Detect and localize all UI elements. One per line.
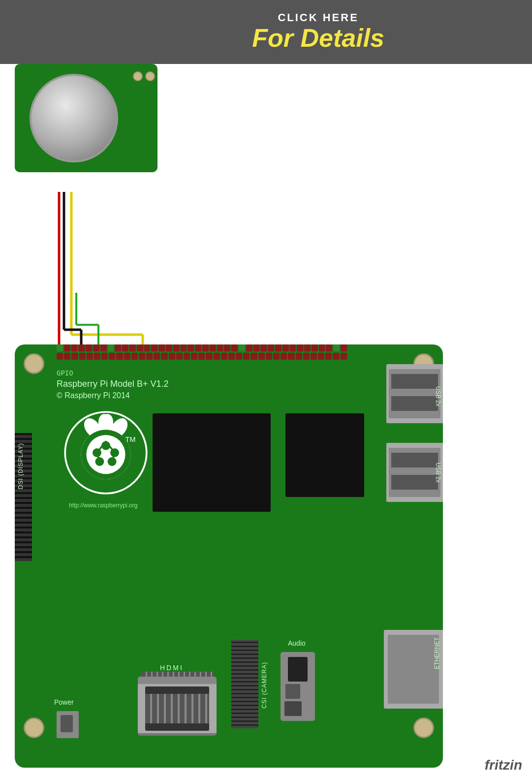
- mount-hole-tl: [24, 353, 44, 374]
- hdmi-label: HDMI: [160, 664, 184, 672]
- hdmi-port: [138, 677, 217, 736]
- dsi-label: DSI (DISPLAY): [17, 443, 24, 489]
- gpio-header: [57, 344, 347, 367]
- pir-board: [15, 64, 157, 172]
- cpu-chip-secondary: [285, 413, 364, 497]
- fritzing-watermark: fritzin: [485, 757, 522, 773]
- header-banner[interactable]: CLICK HERE For Details: [0, 0, 532, 64]
- usb-label-bottom: USB 2x: [435, 463, 441, 483]
- mount-hole-br: [413, 717, 434, 738]
- click-here-text: CLICK HERE: [252, 11, 384, 24]
- cpu-chip-main: [153, 413, 271, 512]
- header-text-block: CLICK HERE For Details: [252, 11, 384, 52]
- pir-screw-tl: [133, 71, 143, 81]
- audio-jack-inner: [288, 657, 308, 682]
- pir-screw-tr: [145, 71, 155, 81]
- svg-point-17: [86, 435, 125, 474]
- ethernet-label: ETHERNET: [434, 637, 440, 669]
- hdmi-pins: [142, 672, 213, 677]
- power-connector: [57, 711, 79, 738]
- pir-sensor: [15, 64, 157, 192]
- gpio-row-bottom: [57, 353, 347, 360]
- audio-label: Audio: [288, 639, 306, 647]
- for-details-text: For Details: [252, 24, 384, 52]
- pir-dome: [30, 74, 118, 162]
- csi-connector: [231, 640, 258, 728]
- pi-logo: TM: [62, 408, 150, 497]
- usb-label-top: USB 2x: [435, 386, 441, 406]
- csi-label: CSI (CAMERA): [261, 662, 268, 709]
- mount-hole-bl: [24, 717, 44, 738]
- audio-jack: [281, 652, 315, 721]
- pi-url: http://www.raspberrypi.org: [69, 502, 137, 509]
- gpio-label: GPIO: [57, 369, 73, 377]
- gpio-row-top: [57, 344, 347, 351]
- pi-model-text: Raspberry Pi Model B+ V1.2: [57, 379, 169, 389]
- pi-copyright-text: © Raspberry Pi 2014: [57, 391, 130, 400]
- pi-board: GPIO Raspberry Pi Model B+ V1.2 © Raspbe…: [15, 344, 443, 768]
- power-label: Power: [54, 698, 74, 706]
- svg-text:TM: TM: [125, 436, 136, 443]
